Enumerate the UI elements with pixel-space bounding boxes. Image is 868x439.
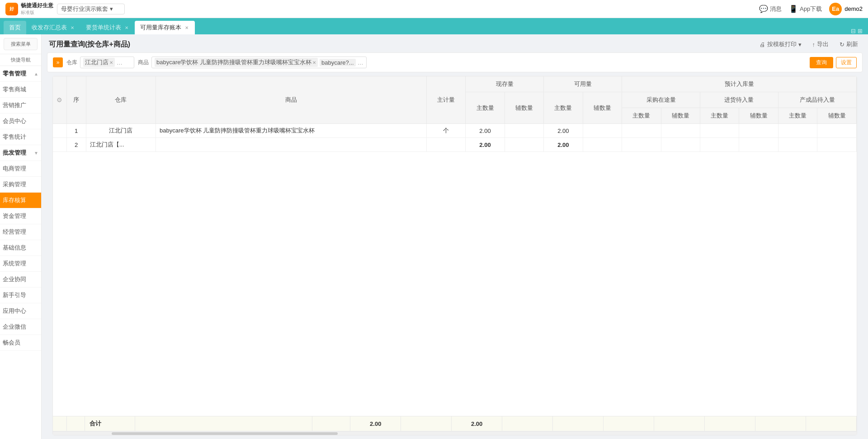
- query-button[interactable]: 查询: [810, 57, 833, 68]
- col-purchase-main-header: 主数量: [622, 108, 661, 124]
- row2-available-main: 2.00: [544, 138, 583, 152]
- warehouse-tag-text: 江北门店: [85, 58, 108, 66]
- summary-stock-aux: [401, 416, 452, 431]
- horizontal-scrollbar[interactable]: [53, 431, 857, 435]
- product-filter-label: 商品: [138, 59, 149, 66]
- summary-available-aux: [502, 416, 553, 431]
- logo-title: 畅捷通好生意: [21, 2, 53, 9]
- sidebar-item-basic-info[interactable]: 基础信息: [0, 240, 41, 256]
- export-button[interactable]: ↑ 导出: [810, 39, 832, 50]
- sidebar-item-retail-mgmt[interactable]: 零售管理 ▲: [0, 66, 41, 82]
- row2-settings: [53, 138, 66, 152]
- tab-available-stock-label: 可用量库存账本: [140, 24, 181, 32]
- summary-label: 合计: [85, 416, 135, 431]
- print-button[interactable]: 🖨 按模板打印 ▾: [757, 39, 804, 50]
- row2-stock-aux: [505, 138, 543, 152]
- warehouse-filter-group: 仓库 江北门店 ✕ …: [66, 57, 134, 68]
- message-action[interactable]: 💬 消息: [759, 5, 782, 13]
- sidebar-item-purchase-label: 采购管理: [3, 180, 26, 189]
- logo-area: 好 畅捷通好生意 标准版: [5, 2, 53, 16]
- row1-incoming-main: [700, 124, 739, 138]
- col-production-main-header: 主数量: [778, 108, 817, 124]
- warehouse-filter-more[interactable]: …: [117, 59, 123, 66]
- sidebar-item-system-label: 系统管理: [3, 260, 26, 268]
- print-label: 按模板打印: [767, 40, 797, 48]
- product-tag1-close[interactable]: ✕: [312, 60, 316, 65]
- warehouse-filter-input[interactable]: 江北门店 ✕ …: [80, 57, 134, 68]
- sidebar-item-marketing[interactable]: 营销推广: [0, 98, 41, 113]
- refresh-button[interactable]: ↻ 刷新: [837, 39, 861, 50]
- filter-expand-button[interactable]: »: [53, 57, 63, 67]
- sidebar-item-finance[interactable]: 资金管理: [0, 208, 41, 224]
- logo-sub: 标准版: [21, 9, 53, 16]
- tab-controls[interactable]: ⊟ ⊞: [849, 28, 864, 34]
- row1-available-main: 2.00: [544, 124, 583, 138]
- tab-receive-send[interactable]: 收发存汇总表 ✕: [26, 21, 80, 34]
- row1-product: babycare学饮杯 儿童防摔防撞吸管杯重力球吸嘴杯宝宝水杯: [156, 124, 427, 138]
- sidebar-item-app-center-label: 应用中心: [3, 307, 26, 315]
- sidebar-item-retail-mall[interactable]: 零售商城: [0, 82, 41, 98]
- row2-product: [156, 138, 427, 152]
- col-incoming-main-header: 主数量: [700, 108, 739, 124]
- col-no-header: 序: [66, 76, 86, 124]
- tab-expand-icon[interactable]: ⊞: [858, 28, 863, 34]
- tab-order-stats[interactable]: 要货单统计表 ✕: [80, 21, 135, 34]
- row1-settings: [53, 124, 66, 138]
- message-icon: 💬: [759, 5, 768, 13]
- gear-icon[interactable]: ⚙: [57, 96, 62, 104]
- sidebar-item-system[interactable]: 系统管理: [0, 256, 41, 272]
- summary-empty2: [66, 416, 85, 431]
- sidebar-item-member-center-label: 会员中心: [3, 117, 26, 125]
- sidebar-item-enterprise-wechat[interactable]: 企业微信: [0, 319, 41, 335]
- sidebar-item-enterprise-wechat-label: 企业微信: [3, 323, 26, 331]
- expand-icon-wholesale: ▼: [34, 151, 38, 156]
- print-chevron-icon: ▾: [798, 41, 802, 48]
- tab-available-stock-close[interactable]: ✕: [184, 25, 189, 31]
- sidebar-item-wholesale-mgmt-label: 批发管理: [3, 149, 26, 157]
- col-forecast-group-header: 预计入库量: [622, 76, 857, 92]
- tab-minimize-icon[interactable]: ⊟: [851, 28, 856, 34]
- sidebar-item-member-center[interactable]: 会员中心: [0, 113, 41, 129]
- tab-home[interactable]: 首页: [4, 21, 26, 34]
- sidebar-quick-nav[interactable]: 快捷导航: [0, 54, 41, 66]
- sidebar-item-new-guide[interactable]: 新手引导: [0, 288, 41, 303]
- sidebar-item-purchase[interactable]: 采购管理: [0, 177, 41, 193]
- sidebar-item-inventory[interactable]: 库存核算: [0, 193, 41, 208]
- tab-available-stock[interactable]: 可用量库存账本 ✕: [135, 21, 195, 34]
- sidebar-item-ecommerce[interactable]: 电商管理: [0, 161, 41, 177]
- col-settings: ⚙: [53, 76, 66, 124]
- row1-available-aux: [583, 124, 622, 138]
- app-download-action[interactable]: 📱 App下载: [789, 5, 822, 13]
- sidebar-item-app-center[interactable]: 应用中心: [0, 303, 41, 319]
- sidebar-search-button[interactable]: 搜索菜单: [4, 38, 38, 50]
- col-production-aux-header: 辅数量: [817, 108, 857, 124]
- row1-stock-main: 2.00: [466, 124, 505, 138]
- sidebar-item-new-guide-label: 新手引导: [3, 291, 26, 299]
- warehouse-tag-close[interactable]: ✕: [109, 60, 113, 65]
- sidebar-item-member[interactable]: 畅会员: [0, 335, 41, 351]
- table-scroll-area[interactable]: ⚙ 序 仓库 商品 主计量 现存量 可用量 预计入库量: [53, 76, 857, 416]
- sidebar-item-enterprise[interactable]: 企业协同: [0, 272, 41, 288]
- scrollbar-thumb[interactable]: [112, 432, 338, 435]
- sidebar-item-retail-stats[interactable]: 零售统计: [0, 129, 41, 145]
- summary-stock-main: 2.00: [350, 416, 401, 431]
- sidebar-item-wholesale-mgmt[interactable]: 批发管理 ▼: [0, 145, 41, 161]
- export-label: 导出: [817, 40, 829, 48]
- table-footer: 合计 2.00 2.00: [53, 416, 857, 431]
- tab-receive-send-close[interactable]: ✕: [70, 25, 75, 31]
- sidebar-item-ops[interactable]: 经营管理: [0, 224, 41, 240]
- product-filter-input[interactable]: babycare学饮杯 儿童防摔防撞吸管杯重力球吸嘴杯宝宝水杯 ✕ babyca…: [151, 57, 367, 68]
- industry-selector[interactable]: 母婴行业演示账套 ▾: [57, 4, 125, 14]
- col-unit-header: 主计量: [426, 76, 465, 124]
- user-area[interactable]: Ea demo2: [829, 3, 863, 15]
- expand-icon: ▲: [34, 71, 38, 76]
- settings-button[interactable]: 设置: [836, 57, 857, 68]
- summary-available-main: 2.00: [452, 416, 502, 431]
- chevron-down-icon: ▾: [110, 5, 113, 12]
- row1-production-main: [778, 124, 817, 138]
- product-filter-tag1: babycare学饮杯 儿童防摔防撞吸管杯重力球吸嘴杯宝宝水杯 ✕: [155, 58, 318, 67]
- tab-order-stats-close[interactable]: ✕: [124, 25, 129, 31]
- logo-icon: 好: [5, 3, 18, 15]
- sidebar-item-retail-mgmt-label: 零售管理: [3, 70, 26, 78]
- product-filter-more[interactable]: …: [358, 59, 363, 66]
